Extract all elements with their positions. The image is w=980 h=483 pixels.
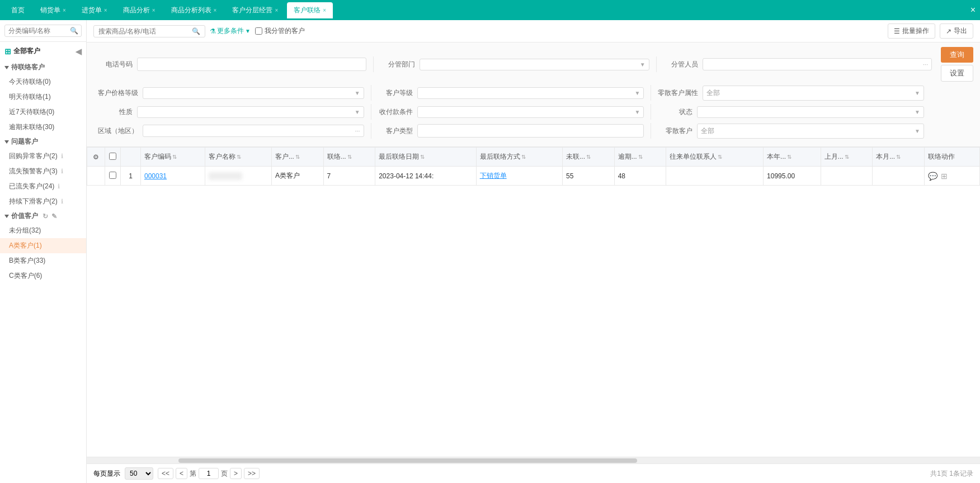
chevron-down-icon: ▼ [245, 28, 251, 34]
close-all-tabs[interactable]: × [970, 5, 976, 15]
td-code[interactable]: 000031 [141, 167, 205, 186]
scrollbar-thumb[interactable] [178, 458, 637, 463]
close-tab-customer-contact[interactable]: × [323, 7, 326, 13]
chevron-down-status: ▼ [915, 109, 920, 115]
edit-icon[interactable]: ✎ [51, 212, 57, 220]
horizontal-scrollbar[interactable] [87, 457, 980, 463]
last-page-btn[interactable]: >> [244, 468, 260, 479]
sort-icon-overdue: ⇅ [638, 154, 643, 160]
sidebar-item-class-c[interactable]: C类客户(6) [0, 268, 86, 283]
sidebar-item-churned[interactable]: 已流失客户(24) ℹ [0, 179, 86, 194]
select-payment[interactable]: ▼ [417, 106, 644, 118]
select-price-grade[interactable]: ▼ [143, 87, 364, 99]
gear-icon[interactable]: ⚙ [93, 153, 99, 161]
th-unit-contact[interactable]: 往来单位联系人 ⇅ [666, 148, 764, 167]
section-value-toggle[interactable] [4, 215, 9, 218]
td-last-method[interactable]: 下销货单 [476, 167, 562, 186]
input-phone[interactable] [137, 58, 366, 71]
close-tab-product-analysis[interactable]: × [152, 7, 156, 13]
sidebar-item-unclassified[interactable]: 未分组(32) [0, 223, 86, 238]
last-method-link[interactable]: 下销货单 [480, 172, 507, 179]
tab-home[interactable]: 首页 [4, 2, 31, 18]
first-page-btn[interactable]: << [158, 468, 173, 479]
table-area: ⚙ 客户编码 ⇅ [87, 147, 980, 457]
page-size-select[interactable]: 50 100 200 [125, 467, 153, 480]
th-this-month[interactable]: 本月... ⇅ [873, 148, 925, 167]
sidebar-collapse-icon[interactable]: ◀ [76, 47, 82, 56]
filter-search-input[interactable] [98, 27, 192, 35]
sidebar-item-class-a[interactable]: A类客户(1) [0, 238, 86, 253]
message-icon[interactable]: 💬 [928, 172, 937, 181]
filter-more-btn[interactable]: ⚗ 更多条件 ▼ [210, 26, 251, 36]
tab-customer-contact[interactable]: 客户联络 × [287, 2, 333, 18]
sidebar-item-churn-warning[interactable]: 流失预警客户(3) ℹ [0, 164, 86, 179]
label-customer-grade: 客户等级 [378, 88, 417, 98]
td-check[interactable] [105, 167, 121, 186]
customer-code-link[interactable]: 000031 [144, 172, 167, 180]
more-manager-icon: ··· [923, 61, 928, 68]
select-dept[interactable]: ▼ [420, 59, 649, 70]
select-all-checkbox[interactable] [109, 153, 116, 160]
td-name[interactable]: Ea [205, 167, 272, 186]
sidebar-item-7days[interactable]: 近7天待联络(0) [0, 105, 86, 120]
select-region[interactable]: ··· [143, 125, 364, 137]
input-customer-type[interactable] [417, 124, 644, 138]
batch-ops-button[interactable]: ☰ 批量操作 [888, 23, 935, 39]
section-pending-toggle[interactable] [4, 66, 9, 69]
refresh-icon[interactable]: ↻ [43, 212, 48, 220]
sidebar-search-container: 🔍 [0, 20, 86, 42]
section-problem-toggle[interactable] [4, 140, 9, 144]
select-retail[interactable]: 全部 ▼ [697, 124, 924, 139]
tab-purchase[interactable]: 进货单 × [75, 2, 114, 18]
page-nav: << < 第 页 > >> [158, 468, 260, 479]
tab-product-list[interactable]: 商品分析列表 × [164, 2, 224, 18]
th-contact[interactable]: 联络... ⇅ [323, 148, 375, 167]
th-last-date[interactable]: 最后联络日期 ⇅ [375, 148, 476, 167]
query-button[interactable]: 查询 [941, 47, 973, 63]
chevron-down-dept: ▼ [640, 61, 646, 68]
close-tab-product-list[interactable]: × [214, 7, 217, 13]
filter-actions: ☰ 批量操作 ↗ 导出 [888, 23, 973, 39]
th-check[interactable] [105, 148, 121, 167]
next-page-btn[interactable]: > [230, 468, 242, 479]
sidebar-item-class-b[interactable]: B类客户(33) [0, 253, 86, 268]
th-gear[interactable]: ⚙ [87, 148, 105, 167]
close-tab-customer-tier[interactable]: × [275, 7, 278, 13]
sidebar-item-declining[interactable]: 持续下滑客户(2) ℹ [0, 194, 86, 209]
top-nav: 首页 销货单 × 进货单 × 商品分析 × 商品分析列表 × 客户分层经营 × … [0, 0, 980, 20]
th-uncontacted[interactable]: 未联... ⇅ [563, 148, 615, 167]
page-input[interactable] [199, 468, 219, 479]
export-button[interactable]: ↗ 导出 [940, 23, 973, 39]
sidebar-item-abnormal[interactable]: 回购异常客户(2) ℹ [0, 149, 86, 164]
th-category[interactable]: 客户... ⇅ [271, 148, 323, 167]
select-customer-grade[interactable]: ▼ [417, 87, 644, 99]
th-name[interactable]: 客户名称 ⇅ [205, 148, 272, 167]
th-this-year[interactable]: 本年... ⇅ [764, 148, 821, 167]
td-contact-count: 7 [323, 167, 375, 186]
divider5 [371, 104, 371, 120]
select-status[interactable]: ▼ [697, 106, 924, 118]
close-tab-sales[interactable]: × [63, 7, 66, 13]
sidebar-item-tomorrow[interactable]: 明天待联络(1) [0, 89, 86, 105]
tab-sales[interactable]: 销货单 × [34, 2, 73, 18]
sidebar-item-today[interactable]: 今天待联络(0) [0, 74, 86, 89]
select-nature[interactable]: ▼ [137, 106, 364, 118]
row-checkbox[interactable] [109, 172, 116, 179]
select-retail-attr[interactable]: 全部 ▼ [703, 86, 924, 101]
prev-page-btn[interactable]: < [176, 468, 187, 479]
th-last-method[interactable]: 最后联络方式 ⇅ [476, 148, 562, 167]
tab-customer-tier[interactable]: 客户分层经营 × [225, 2, 285, 18]
my-customers-checkbox[interactable] [255, 27, 262, 35]
tab-product-analysis[interactable]: 商品分析 × [116, 2, 162, 18]
settings-button[interactable]: 设置 [941, 65, 973, 82]
sidebar-all-customers[interactable]: ⊞ 全部客户 ◀ [0, 42, 86, 60]
td-overdue: 48 [614, 167, 666, 186]
sidebar-item-overdue[interactable]: 逾期未联络(30) [0, 120, 86, 135]
th-code[interactable]: 客户编码 ⇅ [141, 148, 205, 167]
sort-icon-code: ⇅ [172, 154, 177, 160]
select-manager[interactable]: ··· [703, 58, 932, 70]
th-overdue[interactable]: 逾期... ⇅ [614, 148, 666, 167]
grid-icon[interactable]: ⊞ [941, 172, 948, 181]
th-last-month[interactable]: 上月... ⇅ [821, 148, 873, 167]
close-tab-purchase[interactable]: × [104, 7, 107, 13]
